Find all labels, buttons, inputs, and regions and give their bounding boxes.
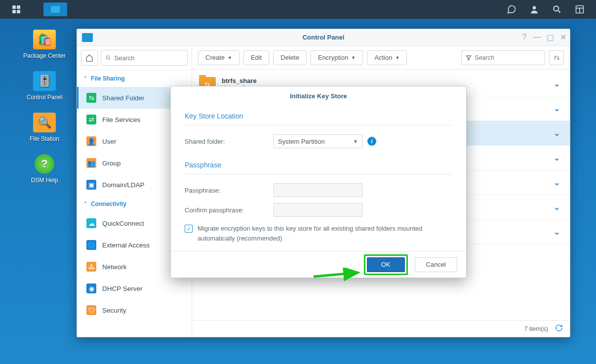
migrate-keys-label: Migrate encryption keys to this key stor… <box>198 224 452 243</box>
caret-down-icon: ▼ <box>353 139 358 144</box>
globe-icon: 🌐 <box>86 240 96 250</box>
status-bar: 7 item(s) <box>192 320 570 337</box>
encryption-button[interactable]: Encryption▼ <box>311 50 363 65</box>
sidebar-item-label: User <box>102 138 117 145</box>
main-menu-button[interactable] <box>6 0 27 19</box>
cancel-button[interactable]: Cancel <box>415 257 457 272</box>
sort-button[interactable] <box>549 50 564 65</box>
desktop-label: DSM Help <box>31 177 58 184</box>
window-icon <box>82 33 93 42</box>
sidebar-item-label: Security <box>102 307 126 314</box>
chevron-up-icon: ˄ <box>84 201 87 207</box>
desktop-item-package-center[interactable]: 🛍️ Package Center <box>20 30 69 59</box>
info-icon[interactable]: i <box>367 137 376 146</box>
folder-name: btrfs_share <box>222 77 548 84</box>
svg-point-4 <box>533 6 536 9</box>
svg-point-5 <box>554 6 558 11</box>
chevron-down-icon[interactable]: ⌄ <box>554 227 560 237</box>
desktop-label: Control Panel <box>27 94 63 101</box>
desktop-item-file-station[interactable]: 🔍 File Station <box>20 113 69 142</box>
taskbar <box>0 0 596 19</box>
ok-highlight-annotation: OK <box>364 254 408 275</box>
svg-line-6 <box>558 11 560 13</box>
sidebar-item-label: DHCP Server <box>102 285 143 292</box>
sidebar-item-label: Shared Folder <box>102 94 145 102</box>
create-button[interactable]: Create▼ <box>198 50 239 65</box>
migrate-keys-checkbox[interactable]: ✓ <box>185 225 193 233</box>
edit-button[interactable]: Edit <box>243 50 269 65</box>
sidebar-section-title: Connectivity <box>91 201 126 207</box>
svg-rect-0 <box>12 5 16 9</box>
sidebar-item-label: QuickConnect <box>102 220 144 227</box>
window-titlebar[interactable]: Control Panel ? — ▢ ✕ <box>77 29 570 46</box>
confirm-passphrase-label: Confirm passphrase: <box>185 206 274 214</box>
item-count: 7 item(s) <box>524 325 548 332</box>
desktop-label: File Station <box>30 135 59 142</box>
chevron-down-icon[interactable]: ⌄ <box>554 153 560 162</box>
sidebar-item-dhcp-server[interactable]: ◉DHCP Server <box>77 278 192 299</box>
desktop-item-dsm-help[interactable]: ? DSM Help <box>20 154 69 184</box>
user-icon[interactable] <box>524 0 545 19</box>
sidebar-section-title: File Sharing <box>91 75 125 82</box>
share-icon: ⇆ <box>86 93 96 103</box>
desktop-item-control-panel[interactable]: 🎚️ Control Panel <box>20 71 69 101</box>
caret-down-icon: ▼ <box>351 55 356 60</box>
taskbar-app-thumb[interactable] <box>43 2 67 16</box>
sidebar-item-label: External Access <box>102 242 150 249</box>
toolbar: Create▼ Edit Delete Encryption▼ Action▼ <box>192 46 570 70</box>
select-value: System Partition <box>278 138 325 145</box>
folder-search-icon: 🔍 <box>38 116 51 129</box>
confirm-passphrase-input[interactable] <box>274 203 362 217</box>
caret-down-icon: ▼ <box>228 55 232 60</box>
toolbar-search-input[interactable] <box>475 54 541 61</box>
svg-point-10 <box>106 56 109 59</box>
initialize-key-store-dialog: Initialize Key Store Key Store Location … <box>170 86 467 278</box>
chevron-down-icon[interactable]: ⌄ <box>554 128 560 138</box>
chevron-down-icon[interactable]: ⌄ <box>554 178 560 187</box>
shield-icon: 🛡 <box>86 305 96 315</box>
search-icon[interactable] <box>547 0 567 19</box>
sidebar-section-file-sharing[interactable]: ˄ File Sharing <box>77 70 192 87</box>
toolbar-search[interactable] <box>461 50 545 65</box>
search-icon <box>105 54 111 61</box>
maximize-icon[interactable]: ▢ <box>546 33 554 42</box>
funnel-icon <box>466 54 472 61</box>
ok-button[interactable]: OK <box>367 257 405 272</box>
section-passphrase: Passphrase <box>185 158 452 172</box>
sidebar-search[interactable] <box>101 50 188 66</box>
svg-rect-1 <box>17 5 20 9</box>
section-key-store-location: Key Store Location <box>185 109 452 123</box>
desktop-icons: 🛍️ Package Center 🎚️ Control Panel 🔍 Fil… <box>20 30 69 184</box>
minimize-icon[interactable]: — <box>533 33 541 42</box>
svg-rect-3 <box>17 10 20 13</box>
ldap-icon: ▣ <box>86 180 96 190</box>
passphrase-input[interactable] <box>274 183 362 197</box>
widgets-icon[interactable] <box>569 0 590 19</box>
chevron-down-icon[interactable]: ⌄ <box>554 104 560 113</box>
close-icon[interactable]: ✕ <box>559 33 567 42</box>
home-button[interactable] <box>81 50 98 66</box>
svg-rect-2 <box>12 10 16 13</box>
dhcp-icon: ◉ <box>86 283 96 293</box>
chat-icon[interactable] <box>501 0 522 19</box>
help-icon[interactable]: ? <box>520 33 528 42</box>
sidebar-item-security[interactable]: 🛡Security <box>77 299 192 321</box>
delete-button[interactable]: Delete <box>273 50 307 65</box>
group-icon: 👥 <box>86 158 96 168</box>
shared-folder-select[interactable]: System Partition ▼ <box>274 134 362 148</box>
window-title: Control Panel <box>77 34 570 41</box>
sidebar-search-input[interactable] <box>114 54 183 62</box>
network-icon: 🖧 <box>86 262 96 272</box>
file-icon: ⇄ <box>86 115 96 124</box>
sidebar-item-label: File Services <box>102 116 140 123</box>
action-button[interactable]: Action▼ <box>367 50 407 65</box>
chevron-down-icon[interactable]: ⌄ <box>554 202 560 212</box>
passphrase-label: Passphrase: <box>185 187 274 194</box>
sidebar-item-label: Group <box>102 160 121 167</box>
dialog-title: Initialize Key Store <box>171 86 466 105</box>
sliders-icon: 🎚️ <box>38 75 51 87</box>
user-icon: 👤 <box>86 136 96 146</box>
chevron-down-icon[interactable]: ⌄ <box>554 79 560 88</box>
refresh-button[interactable] <box>555 324 563 333</box>
svg-line-11 <box>109 59 111 60</box>
